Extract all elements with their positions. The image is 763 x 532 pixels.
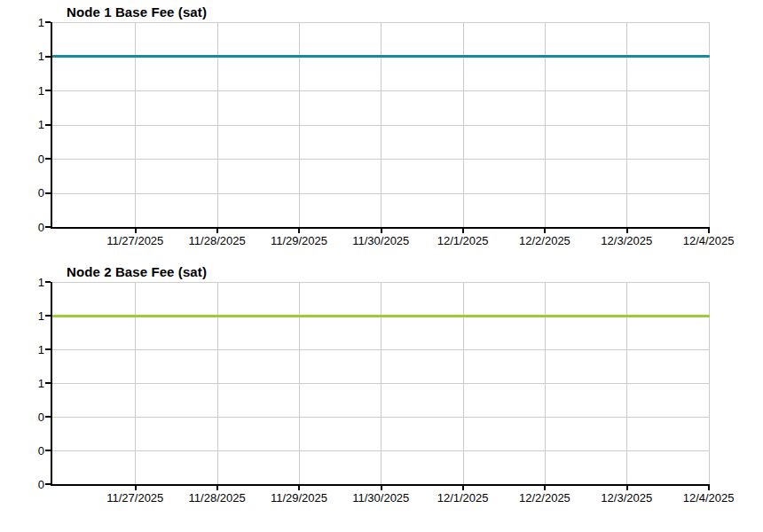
x-axis-tick xyxy=(544,486,546,490)
y-tick-label: 1 xyxy=(18,377,44,390)
series-line xyxy=(52,55,710,58)
series-line xyxy=(52,315,710,317)
x-tick-label: 12/4/2025 xyxy=(669,491,749,505)
x-axis-tick xyxy=(216,229,218,233)
gridline-vertical xyxy=(299,282,300,484)
y-tick-label: 1 xyxy=(18,118,44,131)
x-tick-label: 12/1/2025 xyxy=(423,234,503,247)
x-tick-label: 12/3/2025 xyxy=(586,491,666,505)
y-axis-tick xyxy=(45,315,51,317)
gridline-vertical xyxy=(626,22,627,227)
gridline-vertical xyxy=(217,22,218,227)
y-tick-label: 0 xyxy=(18,153,44,166)
x-tick-label: 11/27/2025 xyxy=(95,491,175,505)
gridline-vertical xyxy=(299,22,300,227)
gridline-vertical xyxy=(709,282,710,484)
node2-base-fee-chart: Node 2 Base Fee (sat) 111100011/27/20251… xyxy=(0,260,763,532)
gridline-vertical xyxy=(545,282,546,484)
x-tick-label: 12/1/2025 xyxy=(423,491,503,505)
x-axis-tick xyxy=(626,486,628,490)
gridline-vertical xyxy=(626,282,627,484)
x-axis-tick xyxy=(462,486,464,490)
x-tick-label: 11/27/2025 xyxy=(95,234,175,247)
y-axis-tick xyxy=(45,124,51,126)
y-axis-tick xyxy=(45,281,51,283)
y-tick-label: 1 xyxy=(18,84,44,98)
y-tick-label: 0 xyxy=(18,478,44,491)
x-tick-label: 12/2/2025 xyxy=(505,491,585,505)
chart-title: Node 1 Base Fee (sat) xyxy=(67,4,207,20)
y-axis-tick xyxy=(45,56,51,58)
x-axis-tick xyxy=(135,229,137,233)
node1-base-fee-chart: Node 1 Base Fee (sat) 111100011/27/20251… xyxy=(0,0,763,257)
x-tick-label: 11/28/2025 xyxy=(177,491,257,505)
y-axis-tick xyxy=(45,90,51,91)
y-tick-label: 1 xyxy=(18,16,44,29)
gridline-vertical xyxy=(463,282,464,484)
y-tick-label: 1 xyxy=(18,309,44,323)
y-axis-tick xyxy=(45,158,51,160)
plot-area: 111100011/27/202511/28/202511/29/202511/… xyxy=(51,282,710,486)
x-axis-tick xyxy=(135,486,137,490)
gridline-vertical xyxy=(135,22,136,227)
gridline-vertical xyxy=(545,22,546,227)
y-axis-tick xyxy=(45,483,51,485)
y-axis-tick xyxy=(45,226,51,228)
x-axis-tick xyxy=(626,229,628,233)
gridline-vertical xyxy=(381,22,382,227)
x-axis-tick xyxy=(298,486,300,490)
y-tick-label: 1 xyxy=(18,50,44,63)
x-tick-label: 11/29/2025 xyxy=(259,234,339,247)
y-tick-label: 0 xyxy=(18,186,44,200)
x-axis-tick xyxy=(381,486,382,490)
x-axis-tick xyxy=(462,229,464,233)
y-tick-label: 0 xyxy=(18,411,44,424)
gridline-vertical xyxy=(381,282,382,484)
y-tick-label: 1 xyxy=(18,276,44,289)
x-tick-label: 11/30/2025 xyxy=(341,491,421,505)
y-tick-label: 1 xyxy=(18,343,44,356)
y-tick-label: 0 xyxy=(18,444,44,458)
x-axis-tick xyxy=(708,229,710,233)
y-axis-tick xyxy=(45,416,51,418)
x-axis-tick xyxy=(544,229,546,233)
x-tick-label: 12/4/2025 xyxy=(669,234,749,247)
y-axis-tick xyxy=(45,192,51,194)
x-tick-label: 11/30/2025 xyxy=(341,234,421,247)
gridline-vertical xyxy=(135,282,136,484)
y-axis-tick xyxy=(45,450,51,451)
x-axis-tick xyxy=(708,486,710,490)
x-axis-tick xyxy=(298,229,300,233)
x-axis-tick xyxy=(381,229,382,233)
gridline-vertical xyxy=(463,22,464,227)
y-tick-label: 0 xyxy=(18,221,44,234)
gridline-vertical xyxy=(709,22,710,227)
x-tick-label: 12/2/2025 xyxy=(505,234,585,247)
chart-title: Node 2 Base Fee (sat) xyxy=(67,264,207,279)
plot-area: 111100011/27/202511/28/202511/29/202511/… xyxy=(51,22,710,229)
x-axis-tick xyxy=(216,486,218,490)
gridline-vertical xyxy=(217,282,218,484)
y-axis-tick xyxy=(45,348,51,350)
chart-canvas: { "palette": { "background": "#FFFFFF", … xyxy=(0,0,763,532)
y-axis-tick xyxy=(45,21,51,23)
x-tick-label: 11/28/2025 xyxy=(177,234,257,247)
x-tick-label: 11/29/2025 xyxy=(259,491,339,505)
y-axis-tick xyxy=(45,382,51,384)
x-tick-label: 12/3/2025 xyxy=(586,234,666,247)
